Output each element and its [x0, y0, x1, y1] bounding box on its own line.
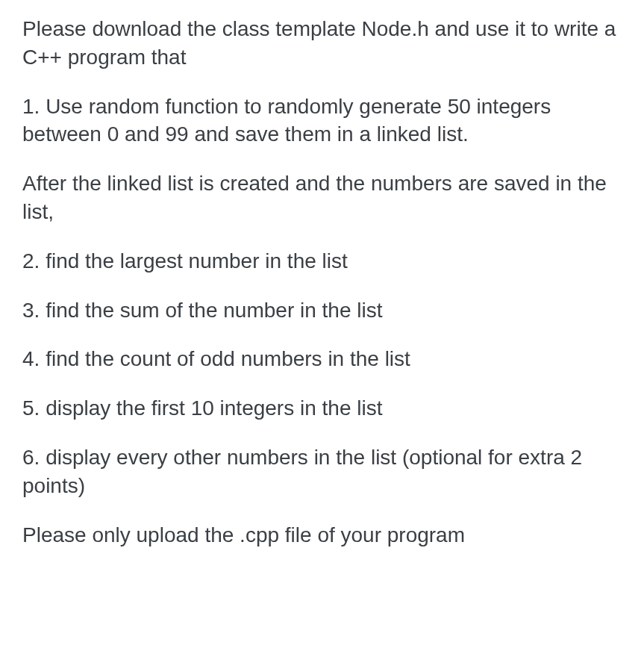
step-5: 5. display the first 10 integers in the … [22, 394, 622, 423]
step-3: 3. find the sum of the number in the lis… [22, 296, 622, 325]
closing-paragraph: Please only upload the .cpp file of your… [22, 521, 622, 549]
step-6: 6. display every other numbers in the li… [22, 443, 622, 500]
step-4: 4. find the count of odd numbers in the … [22, 345, 622, 373]
step-1: 1. Use random function to randomly gener… [22, 93, 622, 149]
after-paragraph: After the linked list is created and the… [22, 169, 622, 226]
intro-paragraph: Please download the class template Node.… [22, 15, 622, 72]
step-2: 2. find the largest number in the list [22, 247, 622, 275]
